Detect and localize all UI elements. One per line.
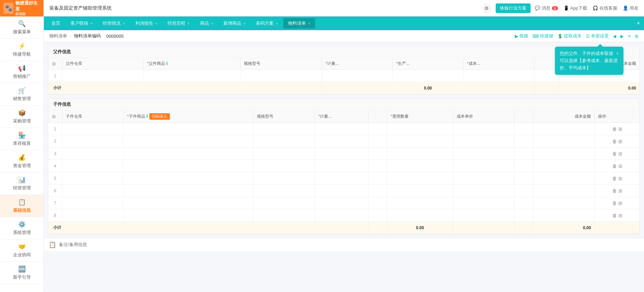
child-row-spec[interactable]	[253, 148, 314, 160]
child-row-goods[interactable]	[123, 172, 253, 185]
layout-btn[interactable]: ≡	[628, 34, 631, 39]
view-btn[interactable]: ▶ 视频	[515, 33, 528, 39]
child-row-quantity[interactable]	[387, 160, 453, 172]
nav-tab-goods[interactable]: 商品×	[195, 18, 218, 28]
delete-icon[interactable]: 🗑	[612, 188, 617, 194]
tab-close-operation_status[interactable]: ×	[123, 21, 125, 25]
parent-row-unit[interactable]	[322, 70, 393, 82]
close-all-tabs-btn[interactable]: ×	[635, 19, 641, 28]
child-row-warehouse[interactable]	[62, 209, 123, 222]
sidebar-item-inventory[interactable]: 🏪库存核算	[0, 128, 44, 150]
sidebar-item-purchase[interactable]: 📦采购管理	[0, 106, 44, 128]
child-row-goods[interactable]	[123, 185, 253, 197]
scan-button[interactable]: 扫码录入	[149, 113, 170, 120]
child-row-unit[interactable]	[315, 209, 368, 222]
parent-row-goods[interactable]	[143, 70, 240, 82]
delete-icon[interactable]: 🗑	[612, 200, 617, 206]
tab-close-profit_report[interactable]: ×	[155, 21, 157, 25]
sidebar-item-quicknav[interactable]: ⚡快捷导航	[0, 39, 44, 61]
child-row-price[interactable]	[453, 185, 514, 197]
app-download-action[interactable]: 📱 App下载	[564, 5, 587, 11]
child-row-quantity[interactable]	[387, 148, 453, 160]
child-row-unit[interactable]	[315, 160, 368, 172]
nav-tab-home[interactable]: 首页	[47, 18, 65, 28]
copy-icon[interactable]: ⊞	[618, 188, 622, 194]
sidebar-item-guide[interactable]: 🆕新手引导	[0, 262, 44, 284]
child-row-price[interactable]	[453, 123, 514, 135]
tooltip-close-btn[interactable]: ×	[616, 50, 619, 57]
child-row-warehouse[interactable]	[62, 172, 123, 185]
copy-icon[interactable]: ⊞	[618, 151, 622, 156]
child-row-quantity[interactable]	[387, 172, 453, 185]
message-action[interactable]: 💬 消息 6	[535, 5, 558, 11]
child-row-warehouse[interactable]	[62, 135, 123, 148]
child-row-warehouse[interactable]	[62, 197, 123, 209]
copy-icon[interactable]: ⊞	[618, 200, 622, 206]
parent-col-settings[interactable]: ⚙	[48, 58, 62, 70]
child-row-spec[interactable]	[253, 160, 314, 172]
tab-close-operation_history[interactable]: ×	[187, 21, 189, 25]
nav-next-btn[interactable]: ▶	[620, 34, 624, 39]
tab-close-goods[interactable]: ×	[211, 21, 213, 25]
child-row-goods[interactable]	[123, 123, 253, 135]
child-row-price[interactable]	[453, 172, 514, 185]
expand-btn[interactable]: ⊞	[635, 34, 639, 39]
sidebar-item-finance[interactable]: 💰资金管理	[0, 150, 44, 173]
child-row-goods[interactable]	[123, 135, 253, 148]
online-service-action[interactable]: 🎧 在线客服	[593, 5, 617, 11]
shortcut-btn[interactable]: ⌨ 快捷键	[532, 33, 553, 39]
child-row-goods[interactable]	[123, 160, 253, 172]
child-row-unit[interactable]	[315, 172, 368, 185]
child-row-goods[interactable]	[123, 209, 253, 222]
copy-icon[interactable]: ⊞	[618, 139, 622, 144]
child-row-spec[interactable]	[253, 209, 314, 222]
delete-icon[interactable]: 🗑	[612, 151, 617, 156]
child-row-quantity[interactable]	[387, 185, 453, 197]
child-row-price[interactable]	[453, 135, 514, 148]
parent-row-production[interactable]	[393, 70, 463, 82]
delete-icon[interactable]: 🗑	[612, 126, 617, 132]
copy-icon[interactable]: ⊞	[618, 163, 622, 169]
nav-tab-operation_status[interactable]: 经营情况×	[98, 18, 129, 28]
tab-close-customer[interactable]: ×	[90, 21, 92, 25]
sidebar-item-search[interactable]: 🔍搜索菜单	[0, 16, 44, 39]
delete-icon[interactable]: 🗑	[612, 163, 617, 169]
child-row-quantity[interactable]	[387, 209, 453, 222]
copy-icon[interactable]: ⊞	[618, 213, 622, 218]
breadcrumb-bom[interactable]: 物料清单	[49, 33, 67, 39]
extract-cost-btn[interactable]: 💲 提取成本	[557, 33, 582, 39]
child-row-goods[interactable]	[123, 148, 253, 160]
child-row-spec[interactable]	[253, 172, 314, 185]
nav-tab-customer[interactable]: 客户联络×	[66, 18, 97, 28]
single-setting-btn[interactable]: ☰ 单据设置	[586, 33, 609, 39]
parent-row-cost[interactable]	[463, 70, 534, 82]
child-row-warehouse[interactable]	[62, 160, 123, 172]
child-row-warehouse[interactable]	[62, 185, 123, 197]
child-row-spec[interactable]	[253, 185, 314, 197]
child-row-price[interactable]	[453, 209, 514, 222]
parent-row-spec[interactable]	[240, 70, 322, 82]
child-col-settings[interactable]: ⚙	[48, 110, 62, 123]
sidebar-item-operation[interactable]: 📊经营管理	[0, 173, 44, 195]
child-row-warehouse[interactable]	[62, 123, 123, 135]
child-row-unit[interactable]	[315, 123, 368, 135]
user-action[interactable]: 👤 用友	[623, 5, 639, 11]
child-row-warehouse[interactable]	[62, 148, 123, 160]
nav-tab-operation_history[interactable]: 经营历程×	[163, 18, 194, 28]
child-row-unit[interactable]	[315, 135, 368, 148]
child-row-quantity[interactable]	[387, 135, 453, 148]
child-row-quantity[interactable]	[387, 197, 453, 209]
nav-tab-profit_report[interactable]: 利润报告×	[131, 18, 162, 28]
child-row-spec[interactable]	[253, 135, 314, 148]
sidebar-item-enterprise[interactable]: 🤝企业协同	[0, 240, 44, 262]
delete-icon[interactable]: 🗑	[612, 176, 617, 181]
delete-icon[interactable]: 🗑	[612, 213, 617, 218]
child-row-spec[interactable]	[253, 197, 314, 209]
copy-icon[interactable]: ⊞	[618, 126, 622, 132]
sidebar-item-sales[interactable]: 🛒销售管理	[0, 83, 44, 106]
nav-tab-barcode[interactable]: 条码方案×	[251, 18, 283, 28]
delete-icon[interactable]: 🗑	[612, 139, 617, 144]
copy-icon[interactable]: ⊞	[618, 176, 622, 181]
child-row-unit[interactable]	[315, 148, 368, 160]
gear-button[interactable]: ⚙	[482, 3, 492, 13]
